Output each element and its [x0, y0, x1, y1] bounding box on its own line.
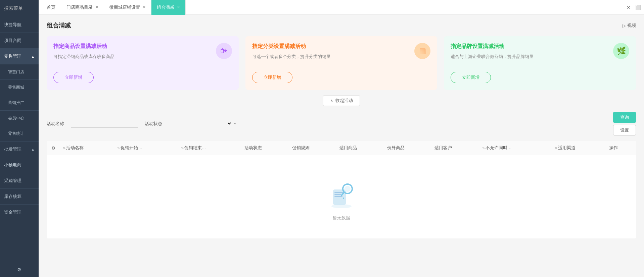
arrow-icon: ▲ — [31, 148, 35, 151]
sidebar-item-inventory[interactable]: 库存核算 — [0, 189, 39, 205]
svg-rect-2 — [334, 192, 344, 193]
tab-bar: 首页门店商品目录✕微商城店铺设置✕组合满减✕ ✕ ⬜ — [39, 0, 644, 15]
sidebar-item-wholesale[interactable]: 批发管理▲ — [0, 142, 39, 157]
svg-rect-4 — [334, 196, 342, 197]
brand-card: 🌿 指定品牌设置满减活动 适合与上游企业联合做营销，提升品牌销量 立即新增 — [444, 36, 636, 90]
query-btn[interactable]: 查询 — [613, 112, 636, 123]
sort-icon: ⇅ — [482, 146, 485, 150]
goods-card: 🛍 指定商品设置满减活动 可指定滞销商品或库存较多商品 立即新增 — [47, 36, 239, 90]
category-card: ▦ 指定分类设置满减活动 可选一个或者多个分类，提升分类的销量 立即新增 — [245, 36, 438, 90]
sidebar-item-label: 会员中心 — [8, 115, 24, 121]
sort-icon: ⇅ — [63, 146, 65, 150]
card-desc: 可选一个或者多个分类，提升分类的销量 — [252, 53, 431, 67]
filter-actions: 查询 设置 — [613, 112, 636, 135]
sidebar-item-label: 项目合同 — [4, 38, 21, 44]
sidebar-item-label: 库存核算 — [4, 193, 21, 200]
sidebar-item-member[interactable]: 会员中心 — [0, 111, 39, 126]
col-channel[interactable]: ⇅适用渠道 — [552, 141, 606, 155]
page-title: 组合满减 — [47, 21, 71, 30]
tab-store-goods[interactable]: 门店商品目录✕ — [61, 0, 104, 15]
card-desc: 可指定滞销商品或库存较多商品 — [53, 53, 232, 67]
sidebar-item-retail-mgmt[interactable]: 零售管理▲ — [0, 49, 39, 64]
activity-status-select-wrap: 进行中 已结束 未开始 ▾ — [169, 119, 236, 128]
sidebar-item-purchase[interactable]: 采购管理 — [0, 173, 39, 189]
sidebar: 搜索菜单 快捷导航项目合同零售管理▲智慧门店零售商城营销推广会员中心零售统计批发… — [0, 0, 39, 277]
tab-label: 首页 — [47, 4, 55, 10]
col-action: 操作 — [606, 141, 636, 155]
maximize-window-btn[interactable]: ⬜ — [635, 4, 641, 11]
collapse-activity-btn[interactable]: ∧ 收起活动 — [323, 95, 360, 106]
card-add-btn[interactable]: 立即新增 — [451, 72, 491, 83]
svg-point-8 — [343, 198, 344, 199]
col-rule: 促销规则 — [289, 141, 337, 155]
tab-combo[interactable]: 组合满减✕ — [151, 0, 186, 15]
promo-cards-row: 🛍 指定商品设置满减活动 可指定滞销商品或库存较多商品 立即新增 ▦ 指定分类设… — [47, 36, 636, 90]
activity-name-label: 活动名称 — [47, 121, 64, 127]
activity-name-input[interactable] — [71, 120, 138, 128]
play-icon: ▷ — [623, 23, 626, 28]
col-name[interactable]: ⇅活动名称 — [60, 141, 114, 155]
col-goods: 适用商品 — [337, 141, 384, 155]
arrow-icon: ▲ — [31, 55, 35, 58]
sidebar-search-label: 搜索菜单 — [4, 5, 23, 11]
filter-bar: 活动名称 活动状态 进行中 已结束 未开始 ▾ 查询 设置 — [47, 112, 636, 135]
card-add-btn[interactable]: 立即新增 — [53, 72, 94, 83]
sidebar-item-label: 小畅电商 — [4, 162, 21, 168]
sidebar-item-marketing[interactable]: 营销推广 — [0, 95, 39, 111]
card-icon: ▦ — [414, 43, 430, 59]
tab-label: 门店商品目录 — [66, 4, 93, 10]
col-customer: 适用客户 — [432, 141, 479, 155]
collapse-btn-label: 收起活动 — [335, 98, 353, 104]
video-label: 视频 — [627, 22, 636, 29]
tab-label: 组合满减 — [157, 4, 174, 10]
sidebar-item-label: 零售管理 — [4, 53, 21, 59]
sidebar-item-label: 批发管理 — [4, 146, 21, 152]
sort-icon: ⇅ — [181, 146, 184, 150]
activity-table: ⚙⇅活动名称⇅促销开始…⇅促销结束…活动状态促销规则适用商品例外商品适用客户⇅不… — [47, 141, 636, 238]
tab-close-icon[interactable]: ✕ — [95, 5, 98, 9]
page-header: 组合满减 ▷ 视频 — [47, 21, 636, 30]
col-no-dup[interactable]: ⇅不允许同时… — [479, 141, 552, 155]
chevron-down-icon: ▾ — [234, 121, 236, 126]
sort-icon: ⇅ — [555, 146, 557, 150]
sidebar-item-finance[interactable]: 资金管理 — [0, 205, 39, 220]
col-gear[interactable]: ⚙ — [47, 141, 60, 155]
card-title: 指定品牌设置满减活动 — [451, 43, 629, 50]
sidebar-item-label: 采购管理 — [4, 178, 21, 184]
card-title: 指定分类设置满减活动 — [252, 43, 431, 50]
sidebar-item-smart-store[interactable]: 智慧门店 — [0, 64, 39, 80]
sidebar-item-project[interactable]: 项目合同 — [0, 33, 39, 49]
col-status: 活动状态 — [242, 141, 289, 155]
empty-state-row: 暂无数据 — [47, 155, 636, 239]
gear-icon: ⚙ — [17, 267, 21, 272]
sidebar-item-retail-stats[interactable]: 零售统计 — [0, 126, 39, 142]
sidebar-search[interactable]: 搜索菜单 — [0, 0, 39, 17]
card-desc: 适合与上游企业联合做营销，提升品牌销量 — [451, 53, 629, 67]
close-window-btn[interactable]: ✕ — [625, 4, 632, 11]
tab-wechat-store[interactable]: 微商城店铺设置✕ — [104, 0, 151, 15]
sidebar-item-quick-nav[interactable]: 快捷导航 — [0, 17, 39, 33]
main-area: 首页门店商品目录✕微商城店铺设置✕组合满减✕ ✕ ⬜ 组合满减 ▷ 视频 🛍 指… — [39, 0, 644, 277]
content-area: 组合满减 ▷ 视频 🛍 指定商品设置满减活动 可指定滞销商品或库存较多商品 立即… — [39, 15, 644, 277]
collapse-bar: ∧ 收起活动 — [47, 95, 636, 106]
tab-label: 微商城店铺设置 — [109, 4, 140, 10]
window-controls: ✕ ⬜ — [625, 4, 641, 11]
col-end[interactable]: ⇅促销结束… — [178, 141, 242, 155]
table-wrap: ⚙⇅活动名称⇅促销开始…⇅促销结束…活动状态促销规则适用商品例外商品适用客户⇅不… — [47, 141, 636, 238]
sidebar-item-label: 营销推广 — [8, 100, 24, 106]
setting-btn[interactable]: 设置 — [613, 125, 636, 135]
sidebar-item-retail-mall[interactable]: 零售商城 — [0, 80, 39, 95]
tab-close-icon[interactable]: ✕ — [177, 5, 180, 9]
empty-state: 暂无数据 — [49, 159, 633, 234]
sidebar-item-label: 零售商城 — [8, 85, 24, 90]
tab-close-icon[interactable]: ✕ — [143, 5, 146, 9]
video-link[interactable]: ▷ 视频 — [623, 22, 636, 29]
card-add-btn[interactable]: 立即新增 — [252, 72, 292, 83]
col-start[interactable]: ⇅促销开始… — [114, 141, 178, 155]
sidebar-item-label: 资金管理 — [4, 209, 21, 215]
activity-status-select[interactable]: 进行中 已结束 未开始 — [169, 119, 232, 128]
svg-point-6 — [344, 186, 351, 192]
sidebar-settings-btn[interactable]: ⚙ — [0, 262, 39, 277]
tab-home[interactable]: 首页 — [41, 0, 61, 15]
sidebar-item-xiaochang[interactable]: 小畅电商 — [0, 157, 39, 173]
